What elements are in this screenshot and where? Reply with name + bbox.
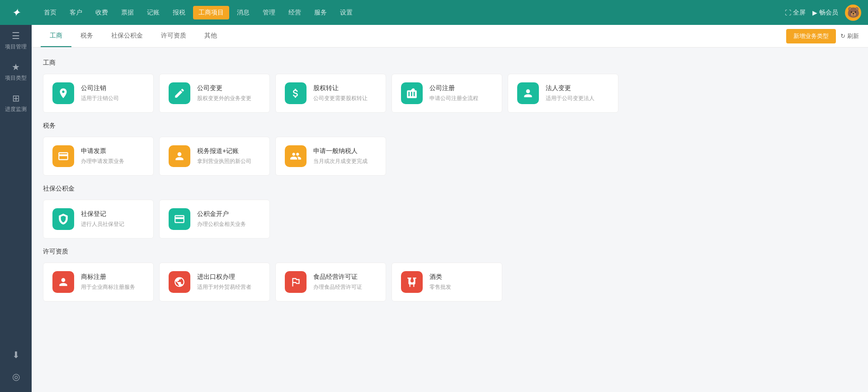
import-export-info: 进出口权办理 适用于对外贸易经营者 — [197, 273, 260, 291]
fullscreen-btn[interactable]: ⛶ 全屏 — [785, 9, 806, 17]
nav-operation[interactable]: 经营 — [283, 6, 307, 19]
sidebar-item-project-mgmt[interactable]: ☰ 项目管理 — [0, 25, 32, 56]
card-legal-person-change[interactable]: 法人变更 适用于公司变更法人 — [508, 74, 618, 113]
trademark-title: 商标注册 — [81, 273, 144, 281]
nav-tax[interactable]: 报税 — [167, 6, 191, 19]
vip-icon: ▶ — [812, 9, 817, 16]
legal-person-change-icon — [517, 82, 539, 104]
fullscreen-label: 全屏 — [793, 9, 806, 17]
scroll-content[interactable]: 工商 公司注销 适用于注销公司 — [32, 48, 868, 392]
card-import-export[interactable]: 进出口权办理 适用于对外贸易经营者 — [159, 263, 270, 301]
legal-person-change-info: 法人变更 适用于公司变更法人 — [546, 84, 609, 102]
sidebar-bottom: ⬇ ◎ — [0, 344, 32, 392]
sidebar-item-progress-monitor[interactable]: ⊞ 进度监测 — [0, 87, 32, 119]
company-cancel-info: 公司注销 适用于注销公司 — [81, 84, 144, 102]
apply-invoice-title: 申请发票 — [81, 147, 144, 155]
vip-btn[interactable]: ▶ 畅会员 — [812, 9, 838, 17]
section-title-xuke: 许可资质 — [43, 248, 857, 256]
section-title-shuiwu: 税务 — [43, 122, 857, 130]
content-area: 工商 税务 社保公积金 许可资质 其他 新增业务类型 ↻ 刷新 工商 — [32, 25, 868, 392]
card-tax-report[interactable]: 税务报道+记账 拿到营业执照的新公司 — [159, 137, 270, 176]
company-cancel-icon — [52, 82, 74, 104]
company-cancel-desc: 适用于注销公司 — [81, 95, 144, 102]
alcohol-icon — [401, 271, 423, 293]
card-apply-invoice[interactable]: 申请发票 办理申请发票业务 — [43, 137, 154, 176]
gongshang-section: 工商 公司注销 适用于注销公司 — [43, 59, 857, 113]
apply-general-tax-title: 申请一般纳税人 — [313, 147, 377, 155]
sidebar-item-label: 进度监测 — [5, 105, 27, 113]
apply-invoice-info: 申请发票 办理申请发票业务 — [81, 147, 144, 165]
sidebar-item-location[interactable]: ◎ — [0, 366, 32, 387]
alcohol-title: 酒类 — [429, 273, 493, 281]
sidebar-item-download[interactable]: ⬇ — [0, 344, 32, 366]
shebao-section: 社保公积金 社保登记 进行人员社保登记 — [43, 185, 857, 239]
tab-gongshang[interactable]: 工商 — [41, 25, 71, 47]
food-license-icon — [285, 271, 307, 293]
refresh-icon: ↻ — [840, 33, 845, 39]
nav-management[interactable]: 管理 — [257, 6, 281, 19]
section-title-gongshang: 工商 — [43, 59, 857, 67]
card-company-change[interactable]: 公司变更 股权变更外的业务变更 — [159, 74, 270, 113]
nav-bizproject[interactable]: 工商项目 — [193, 6, 229, 19]
nav-invoice[interactable]: 票据 — [116, 6, 139, 19]
nav-service[interactable]: 服务 — [309, 6, 332, 19]
sidebar-item-label: 项目类型 — [5, 74, 27, 82]
sidebar: ✦ ☰ 项目管理 ★ 项目类型 ⊞ 进度监测 ⬇ ◎ — [0, 0, 32, 392]
trademark-info: 商标注册 用于企业商标注册服务 — [81, 273, 144, 291]
tab-shebao[interactable]: 社保公积金 — [102, 25, 152, 47]
fund-open-desc: 办理公积金相关业务 — [197, 220, 260, 228]
download-icon: ⬇ — [12, 349, 20, 360]
location-icon: ◎ — [12, 371, 20, 382]
card-social-register[interactable]: 社保登记 进行人员社保登记 — [43, 200, 154, 239]
fund-open-title: 公积金开户 — [197, 210, 260, 218]
company-cancel-title: 公司注销 — [81, 84, 144, 92]
social-register-info: 社保登记 进行人员社保登记 — [81, 210, 144, 228]
card-alcohol[interactable]: 酒类 零售批发 — [392, 263, 502, 301]
main-area: 首页 客户 收费 票据 记账 报税 工商项目 消息 管理 经营 服务 设置 ⛶ … — [32, 0, 868, 392]
nav-accounting[interactable]: 记账 — [142, 6, 165, 19]
tab-qita[interactable]: 其他 — [195, 25, 226, 47]
nav-message[interactable]: 消息 — [231, 6, 255, 19]
company-change-info: 公司变更 股权变更外的业务变更 — [197, 84, 260, 102]
project-mgmt-icon: ☰ — [12, 30, 20, 41]
card-company-cancel[interactable]: 公司注销 适用于注销公司 — [43, 74, 154, 113]
tab-xuke[interactable]: 许可资质 — [152, 25, 195, 47]
tab-bar: 工商 税务 社保公积金 许可资质 其他 新增业务类型 ↻ 刷新 — [32, 25, 868, 48]
card-apply-general-tax[interactable]: 申请一般纳税人 当月或次月成变更完成 — [275, 137, 386, 176]
apply-general-tax-info: 申请一般纳税人 当月或次月成变更完成 — [313, 147, 377, 165]
shuiwu-cards: 申请发票 办理申请发票业务 税务报道+记账 拿到营业 — [43, 137, 857, 176]
card-food-license[interactable]: 食品经营许可证 办理食品经营许可证 — [275, 263, 386, 301]
nav-fee[interactable]: 收费 — [90, 6, 113, 19]
social-register-desc: 进行人员社保登记 — [81, 220, 144, 228]
import-export-desc: 适用于对外贸易经营者 — [197, 283, 260, 291]
apply-general-tax-desc: 当月或次月成变更完成 — [313, 158, 377, 165]
food-license-desc: 办理食品经营许可证 — [313, 283, 377, 291]
company-register-title: 公司注册 — [429, 84, 493, 92]
fullscreen-icon: ⛶ — [785, 9, 791, 16]
nav-home[interactable]: 首页 — [38, 6, 62, 19]
add-business-type-button[interactable]: 新增业务类型 — [786, 29, 836, 43]
card-equity-transfer[interactable]: 股权转让 公司变更需要股权转让 — [275, 74, 386, 113]
nav-customer[interactable]: 客户 — [64, 6, 88, 19]
refresh-button[interactable]: ↻ 刷新 — [840, 32, 859, 40]
company-register-desc: 申请公司注册全流程 — [429, 95, 493, 102]
tab-shuiwu[interactable]: 税务 — [71, 25, 102, 47]
fund-open-icon — [169, 208, 190, 230]
card-company-register[interactable]: 公司注册 申请公司注册全流程 — [392, 74, 502, 113]
import-export-title: 进出口权办理 — [197, 273, 260, 281]
tax-report-title: 税务报道+记账 — [197, 147, 260, 155]
import-export-icon — [169, 271, 190, 293]
card-fund-open[interactable]: 公积金开户 办理公积金相关业务 — [159, 200, 270, 239]
alcohol-info: 酒类 零售批发 — [429, 273, 493, 291]
sidebar-item-project-type[interactable]: ★ 项目类型 — [0, 56, 32, 87]
card-trademark[interactable]: 商标注册 用于企业商标注册服务 — [43, 263, 154, 301]
nav-settings[interactable]: 设置 — [335, 6, 358, 19]
avatar: 🐻 — [845, 5, 861, 21]
social-register-title: 社保登记 — [81, 210, 144, 218]
equity-transfer-desc: 公司变更需要股权转让 — [313, 95, 377, 102]
trademark-desc: 用于企业商标注册服务 — [81, 283, 144, 291]
trademark-icon — [52, 271, 74, 293]
xuke-cards: 商标注册 用于企业商标注册服务 进出口权办理 适用于 — [43, 263, 857, 301]
topnav-right: ⛶ 全屏 ▶ 畅会员 🐻 — [785, 5, 861, 21]
sidebar-item-label: 项目管理 — [5, 43, 27, 51]
